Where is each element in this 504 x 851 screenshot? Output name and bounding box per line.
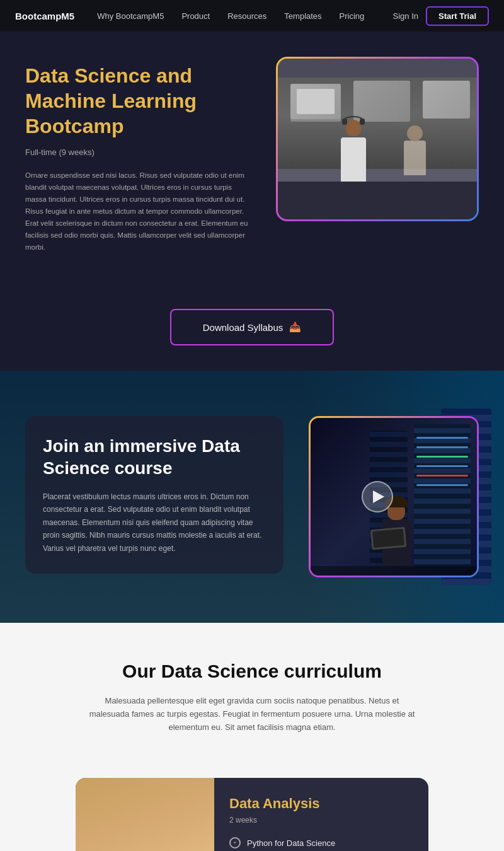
hero-description: Ornare suspendisse sed nisi lacus. Risus…	[25, 170, 251, 253]
immersive-content: Join an immersive Data Science course Pl…	[25, 416, 479, 577]
hero-title: Data Science and Machine Learning Bootca…	[25, 63, 251, 139]
hero-image-inner	[278, 59, 477, 219]
immersive-title: Join an immersive Data Science course	[43, 435, 266, 479]
topic-label-1: Python for Data Science	[247, 838, 335, 848]
play-button[interactable]	[362, 481, 393, 512]
data-analysis-section: Data Analysis 2 weeks + Python for Data …	[0, 759, 504, 851]
immersive-video-area	[309, 416, 479, 577]
curriculum-description: Malesuada pellentesque elit eget gravida…	[85, 695, 419, 734]
video-scene	[311, 418, 477, 576]
navbar: BootcampM5 Why BootcampM5 Product Resour…	[0, 0, 504, 32]
video-player[interactable]	[311, 418, 477, 576]
da-title: Data Analysis	[229, 796, 413, 812]
download-icon: 📥	[289, 321, 301, 333]
hero-schedule: Full-time (9 weeks)	[25, 148, 251, 157]
da-right: Data Analysis 2 weeks + Python for Data …	[214, 778, 428, 851]
topic-icon-1: +	[229, 837, 241, 848]
download-syllabus-button[interactable]: Download Syllabus 📥	[170, 309, 335, 345]
curriculum-section: Our Data Science curriculum Malesuada pe…	[0, 623, 504, 759]
hero-image-border	[276, 57, 479, 221]
data-analysis-card: Data Analysis 2 weeks + Python for Data …	[76, 778, 428, 851]
nav-logo[interactable]: BootcampM5	[15, 11, 74, 21]
nav-item-pricing[interactable]: Pricing	[332, 8, 372, 25]
nav-item-templates[interactable]: Templates	[277, 8, 329, 25]
hero-section: Data Science and Machine Learning Bootca…	[0, 32, 504, 296]
da-duration: 2 weeks	[229, 816, 413, 825]
immersive-section: Join an immersive Data Science course Pl…	[0, 371, 504, 623]
nav-right: Sign In Start Trial	[393, 6, 489, 26]
video-wrapper	[309, 416, 479, 577]
hero-right	[276, 57, 479, 221]
laptop-scene	[76, 778, 214, 851]
download-label: Download Syllabus	[203, 322, 284, 333]
curriculum-title: Our Data Science curriculum	[38, 661, 466, 682]
play-icon	[373, 490, 384, 503]
nav-item-why[interactable]: Why BootcampM5	[89, 8, 171, 25]
immersive-description: Placerat vestibulum lectus mauris ultric…	[43, 490, 266, 555]
immersive-left-card: Join an immersive Data Science course Pl…	[25, 416, 284, 574]
video-person-figure	[382, 519, 411, 566]
hero-left: Data Science and Machine Learning Bootca…	[25, 57, 251, 253]
download-section: Download Syllabus 📥	[0, 296, 504, 371]
nav-item-resources[interactable]: Resources	[220, 8, 274, 25]
da-image-side	[76, 778, 214, 851]
nav-item-product[interactable]: Product	[174, 8, 217, 25]
hero-image	[278, 59, 477, 219]
signin-link[interactable]: Sign In	[393, 11, 418, 21]
da-topics-list: + Python for Data Science + Relational D…	[229, 837, 413, 851]
start-trial-button[interactable]: Start Trial	[426, 6, 489, 26]
da-topic-1: + Python for Data Science	[229, 837, 413, 848]
nav-links: Why BootcampM5 Product Resources Templat…	[89, 8, 387, 25]
